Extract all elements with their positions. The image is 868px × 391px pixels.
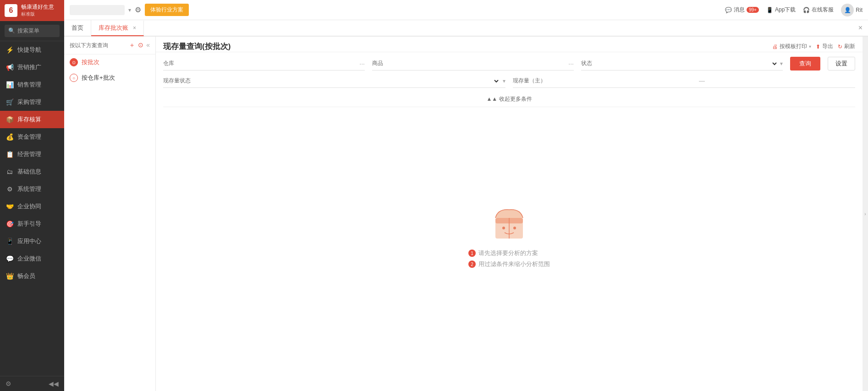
tab-inventory-batch[interactable]: 库存批次账 ×: [91, 21, 144, 36]
status-select[interactable]: [601, 60, 778, 67]
sidebar-item-quick-nav[interactable]: ⚡ 快捷导航: [0, 41, 64, 59]
sidebar-item-marketing[interactable]: 📢 营销推广: [0, 59, 64, 76]
active-tab-label: 库存批次账: [99, 24, 128, 32]
scheme-by-batch-label: 按批次: [82, 58, 99, 66]
apps-icon: 📱: [5, 238, 14, 245]
sidebar-item-sales[interactable]: 📊 销售管理: [0, 76, 64, 93]
filter-area: 仓库 ··· 商品 ··· 状态: [156, 52, 863, 107]
topbar-search-input[interactable]: [70, 5, 125, 15]
export-icon: ⬆: [816, 43, 820, 50]
finance-icon: 💰: [5, 133, 14, 141]
left-panel: 按以下方案查询 ＋ ⊙ « ⊙ 按批次 ○ 按仓库+批次: [64, 37, 156, 391]
username-label: Rit: [856, 7, 863, 13]
sidebar-item-member[interactable]: 👑 畅会员: [0, 267, 64, 285]
sidebar-nav: ⚡ 快捷导航 📢 营销推广 📊 销售管理 🛒 采购管理 📦 库存核算 💰 资金管…: [0, 41, 64, 376]
left-panel-title: 按以下方案查询: [70, 42, 108, 49]
status-label: 状态: [581, 60, 599, 67]
experience-button[interactable]: 体验行业方案: [145, 4, 189, 16]
search-menu-button[interactable]: 🔍 搜索菜单: [5, 25, 60, 37]
topbar-settings-icon[interactable]: ⚙: [135, 5, 141, 14]
inventory-label: 库存核算: [17, 115, 41, 124]
collapse-left-panel-icon[interactable]: «: [146, 41, 150, 49]
warehouse-filter: 仓库 ···: [163, 58, 365, 71]
collapse-sidebar-icon[interactable]: ◀◀: [49, 380, 59, 387]
basic-label: 基础信息: [17, 168, 41, 176]
scheme-item-by-batch[interactable]: ⊙ 按批次: [64, 54, 155, 70]
avatar: 👤: [841, 4, 854, 16]
goods-label: 商品: [372, 60, 390, 67]
query-button[interactable]: 查询: [790, 57, 820, 71]
right-edge-collapse[interactable]: ›: [863, 37, 868, 391]
messages-button[interactable]: 💬 消息 99+: [725, 6, 759, 14]
sales-label: 销售管理: [17, 81, 41, 89]
goods-dots-icon[interactable]: ···: [568, 60, 574, 67]
left-panel-header: 按以下方案查询 ＋ ⊙ «: [64, 37, 155, 54]
tab-close-icon[interactable]: ×: [133, 25, 136, 31]
online-service-button[interactable]: 🎧 在线客服: [803, 6, 834, 14]
newbie-icon: 🎯: [5, 220, 14, 228]
sidebar-item-inventory[interactable]: 📦 库存核算: [0, 111, 64, 128]
sidebar-item-weixin[interactable]: 💬 企业微信: [0, 250, 64, 267]
inventory-status-label: 现存量状态: [163, 77, 191, 85]
sidebar-item-system[interactable]: ⚙ 系统管理: [0, 180, 64, 198]
marketing-label: 营销推广: [17, 63, 41, 71]
refresh-icon: ↻: [838, 43, 842, 50]
empty-hint-1: 1 请先选择要分析的方案: [468, 249, 550, 257]
system-label: 系统管理: [17, 185, 41, 193]
goods-input[interactable]: [392, 60, 566, 67]
scheme-item-by-warehouse-batch[interactable]: ○ 按仓库+批次: [64, 70, 155, 86]
empty-state: 1 请先选择要分析的方案 2 用过滤条件来缩小分析范围: [156, 107, 863, 391]
inventory-qty-max-input[interactable]: [709, 78, 855, 84]
scheme-inactive-icon: ○: [70, 74, 78, 82]
sidebar-item-basic[interactable]: 🗂 基础信息: [0, 163, 64, 180]
sidebar-item-business[interactable]: 📋 经营管理: [0, 146, 64, 163]
tab-home[interactable]: 首页: [64, 20, 91, 36]
search-menu-label: 搜索菜单: [17, 27, 39, 35]
settings-button[interactable]: 设置: [828, 57, 855, 71]
export-button[interactable]: ⬆ 导出: [816, 43, 833, 50]
messages-label: 消息: [734, 6, 745, 14]
warehouse-dots-icon[interactable]: ···: [359, 60, 365, 67]
app-download-button[interactable]: 📱 App下载: [766, 6, 796, 14]
weixin-icon: 💬: [5, 255, 14, 262]
panel-close-button[interactable]: ×: [858, 24, 863, 32]
print-label: 按模板打印: [780, 43, 807, 50]
scheme-settings-icon[interactable]: ⊙: [138, 41, 143, 49]
enterprise-label: 企业协同: [17, 202, 41, 211]
messages-badge: 99+: [747, 7, 759, 13]
sidebar-item-newbie[interactable]: 🎯 新手引导: [0, 215, 64, 233]
business-label: 经营管理: [17, 150, 41, 158]
inventory-status-dropdown-icon: ▾: [503, 78, 505, 84]
tabbar: 首页 库存批次账 × ×: [64, 20, 868, 37]
add-scheme-icon[interactable]: ＋: [129, 41, 135, 49]
collapse-bar[interactable]: ▲▲ 收起更多条件: [163, 92, 855, 107]
topbar-chevron-icon[interactable]: ▾: [128, 7, 131, 13]
settings-footer-icon[interactable]: ⚙: [5, 380, 11, 387]
refresh-button[interactable]: ↻ 刷新: [838, 43, 855, 50]
collapse-up-icon: ▲▲: [486, 96, 499, 102]
hint-num-2: 2: [468, 261, 476, 268]
scheme-active-icon: ⊙: [70, 58, 78, 66]
sidebar-item-enterprise[interactable]: 🤝 企业协同: [0, 198, 64, 215]
svg-point-4: [513, 227, 516, 229]
warehouse-label: 仓库: [163, 60, 181, 67]
sidebar-item-apps[interactable]: 📱 应用中心: [0, 233, 64, 250]
user-profile-button[interactable]: 👤 Rit: [841, 4, 863, 16]
inventory-qty-label: 现存量（主）: [513, 77, 546, 85]
sidebar-search-area[interactable]: 🔍 搜索菜单: [0, 21, 64, 41]
topbar-actions: 💬 消息 99+ 📱 App下载 🎧 在线客服 👤 Rit: [725, 4, 863, 16]
marketing-icon: 📢: [5, 64, 14, 71]
sidebar-item-finance[interactable]: 💰 资金管理: [0, 128, 64, 146]
warehouse-input[interactable]: [183, 60, 357, 67]
inventory-qty-min-input[interactable]: [549, 78, 694, 84]
goods-filter: 商品 ···: [372, 58, 574, 71]
inventory-status-select[interactable]: [193, 77, 500, 85]
sidebar-item-purchase[interactable]: 🛒 采购管理: [0, 93, 64, 111]
print-dropdown-icon[interactable]: ▾: [809, 44, 811, 49]
system-icon: ⚙: [5, 185, 14, 193]
qty-dash: —: [699, 77, 705, 84]
purchase-label: 采购管理: [17, 98, 41, 106]
print-button[interactable]: 🖨 按模板打印 ▾: [772, 43, 811, 50]
print-icon: 🖨: [772, 43, 778, 50]
home-tab-label: 首页: [71, 24, 83, 32]
